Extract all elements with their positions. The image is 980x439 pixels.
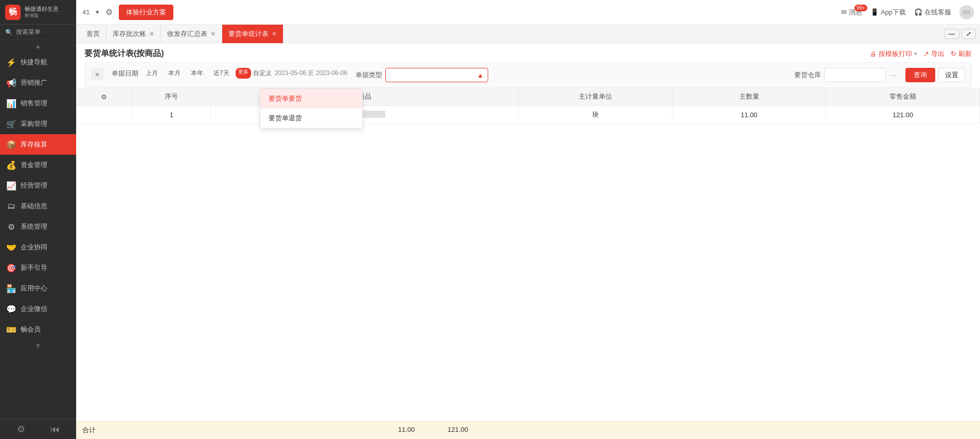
sidebar-item-basic[interactable]: 🗂 基础信息 — [0, 196, 76, 216]
tab-minimize-button[interactable]: — — [944, 29, 959, 39]
tab-receivable-summary-close[interactable]: ✕ — [210, 30, 216, 38]
main-content: 41 ▾ ⚙ 体验行业方案 ✉ 消息 99+ 📱 App下载 🎧 在线客服 Ri… — [76, 0, 980, 439]
type-select-chevron-icon: ▲ — [477, 71, 484, 79]
newbie-label: 新手引导 — [21, 263, 47, 272]
tab-home[interactable]: 首页 — [80, 25, 106, 43]
sidebar-item-system[interactable]: ⚙ 系统管理 — [0, 216, 76, 237]
sidebar-item-newbie[interactable]: 🎯 新手引导 — [0, 258, 76, 278]
table-container: ⚙ 序号 商品 主计量单位 主数量 零售金额 1 — [76, 88, 980, 421]
sidebar-item-inventory[interactable]: 📦 库存核算 — [0, 134, 76, 155]
sales-icon: 📊 — [6, 98, 16, 108]
basic-label: 基础信息 — [21, 202, 47, 211]
online-service-button[interactable]: 🎧 在线客服 — [914, 8, 951, 17]
dropdown-item-order-return[interactable]: 要货单退货 — [260, 108, 362, 128]
print-chevron-icon: ▾ — [914, 50, 917, 57]
sidebar-item-marketing[interactable]: 📢 营销推广 — [0, 72, 76, 93]
top-header: 41 ▾ ⚙ 体验行业方案 ✉ 消息 99+ 📱 App下载 🎧 在线客服 Ri… — [76, 0, 980, 25]
filter-buttons: 查询 设置 — [905, 68, 965, 82]
type-select[interactable]: ▲ — [385, 68, 488, 82]
finance-label: 资金管理 — [21, 160, 47, 170]
user-avatar[interactable]: Rit — [959, 5, 974, 20]
headset-icon: 🎧 — [914, 8, 922, 16]
col-unit-header: 主计量单位 — [519, 88, 672, 106]
filter-expand-button[interactable]: » — [91, 68, 103, 80]
marketing-icon: 📢 — [6, 78, 16, 88]
tab-batch-inventory-close[interactable]: ✕ — [149, 30, 154, 38]
sidebar-item-member[interactable]: 🎫 畅会员 — [0, 319, 76, 340]
search-icon: 🔍 — [5, 29, 13, 36]
date-tab-current-year[interactable]: 本年 — [187, 68, 207, 79]
tab-expand-button[interactable]: ⤢ — [961, 29, 976, 39]
message-button[interactable]: ✉ 消息 99+ — [841, 8, 862, 17]
dropdown-item-order-goods[interactable]: 要货单要货 — [260, 89, 362, 108]
tab-batch-inventory[interactable]: 库存批次账 ✕ — [106, 25, 161, 43]
date-tabs: 上月 本月 本年 近7天 更多 自定义 — [141, 68, 272, 79]
table-row: 1 块 11.00 121.00 — [76, 106, 980, 124]
search-label: 搜索菜单 — [16, 28, 41, 36]
tab-order-stats[interactable]: 要货单统计表 ✕ — [222, 25, 283, 43]
sidebar-bottom: ⚙ ⏮ — [0, 419, 76, 439]
message-badge: 99+ — [854, 5, 867, 11]
warehouse-select[interactable] — [824, 68, 886, 82]
basic-icon: 🗂 — [6, 201, 16, 211]
finance-icon: 💰 — [6, 160, 16, 170]
header-left: 41 ▾ ⚙ 体验行业方案 — [82, 5, 173, 20]
enterprise-label: 企业协同 — [21, 243, 47, 252]
sidebar-item-sales[interactable]: 📊 销售管理 — [0, 93, 76, 114]
refresh-button[interactable]: ↻ 刷新 — [951, 49, 972, 59]
sidebar-item-purchase[interactable]: 🛒 采购管理 — [0, 114, 76, 134]
print-button[interactable]: 🖨 按模板打印 ▾ — [870, 49, 917, 59]
header-gear-icon[interactable]: ⚙ — [105, 7, 113, 17]
sidebar-item-enterprise[interactable]: 🤝 企业协同 — [0, 237, 76, 258]
app-download-label: App下载 — [881, 8, 906, 17]
export-button[interactable]: ↗ 导出 — [923, 49, 945, 59]
type-filter-group: 单据类型 ▲ — [355, 68, 786, 82]
footer-qty: 11.00 — [381, 426, 432, 435]
row-1-amount: 121.00 — [826, 106, 979, 124]
sidebar-item-wechat[interactable]: 💬 企业微信 — [0, 299, 76, 319]
query-button[interactable]: 查询 — [905, 68, 935, 82]
footer-label-text: 合计 — [82, 426, 96, 434]
sidebar-nav: ▲ ⚡ 快捷导航 📢 营销推广 📊 销售管理 🛒 采购管理 📦 库存核算 💰 资… — [0, 40, 76, 419]
trial-button[interactable]: 体验行业方案 — [119, 5, 173, 20]
sidebar-scroll-up[interactable]: ▲ — [0, 40, 76, 52]
sales-label: 销售管理 — [21, 99, 47, 108]
sidebar-settings-icon[interactable]: ⚙ — [17, 424, 25, 435]
quick-nav-label: 快捷导航 — [21, 58, 47, 67]
inventory-icon: 📦 — [6, 139, 16, 150]
sidebar-item-finance[interactable]: 💰 资金管理 — [0, 155, 76, 175]
tab-receivable-summary[interactable]: 收发存汇总表 ✕ — [161, 25, 222, 43]
export-label: 导出 — [931, 49, 945, 59]
date-tab-current-month[interactable]: 本月 — [164, 68, 185, 79]
dropdown-item-order-return-label: 要货单退货 — [269, 114, 302, 122]
date-custom-button[interactable]: 自定义 — [253, 68, 272, 79]
dropdown-item-order-goods-label: 要货单要货 — [269, 95, 302, 102]
sidebar-search[interactable]: 🔍 搜索菜单 — [0, 25, 76, 40]
tab-receivable-summary-label: 收发存汇总表 — [167, 29, 207, 39]
tab-bar-actions: — ⤢ — [944, 29, 976, 39]
sidebar-item-operations[interactable]: 📈 经营管理 — [0, 175, 76, 196]
sidebar-item-appstore[interactable]: 🏪 应用中心 — [0, 278, 76, 299]
type-label: 单据类型 — [355, 70, 382, 80]
sidebar-item-quick-nav[interactable]: ⚡ 快捷导航 — [0, 52, 76, 72]
tab-order-stats-close[interactable]: ✕ — [272, 30, 277, 38]
filter-settings-button[interactable]: 设置 — [938, 68, 965, 82]
sidebar-collapse-icon[interactable]: ⏮ — [50, 424, 60, 435]
date-more-badge[interactable]: 更多 — [236, 68, 251, 79]
app-download-button[interactable]: 📱 App下载 — [870, 8, 906, 17]
header-chevron-icon[interactable]: ▾ — [96, 8, 99, 16]
col-settings-header[interactable]: ⚙ — [76, 88, 132, 106]
date-label: 单据日期 — [112, 69, 138, 78]
appstore-label: 应用中心 — [21, 284, 47, 293]
online-service-label: 在线客服 — [924, 8, 951, 17]
export-icon: ↗ — [923, 50, 929, 58]
header-number: 41 — [82, 8, 90, 16]
footer-amount: 121.00 — [432, 426, 484, 435]
purchase-icon: 🛒 — [6, 119, 16, 129]
warehouse-more-icon[interactable]: ⋯ — [889, 70, 897, 80]
logo-badge: 标准版 — [25, 12, 59, 19]
date-tab-prev-month[interactable]: 上月 — [141, 68, 162, 79]
page-title-row: 要货单统计表(按商品) 🖨 按模板打印 ▾ ↗ 导出 ↻ 刷新 — [76, 43, 980, 62]
date-tab-7days[interactable]: 近7天 — [209, 68, 234, 79]
sidebar-scroll-down[interactable]: ▼ — [0, 340, 76, 352]
